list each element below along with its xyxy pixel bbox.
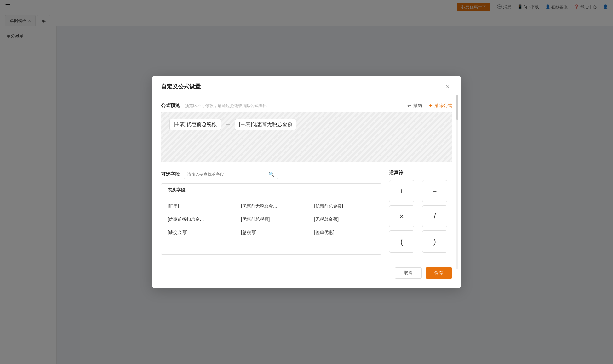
formula-operator: – <box>226 120 230 128</box>
field-item[interactable]: [优惠前无税总金… <box>235 200 308 213</box>
fields-column: 可选字段 🔍 表头字段 [汇率] [优惠前无税总金… [优惠前总金额] [优惠前… <box>161 170 381 255</box>
formula-preview-box: [主表]优惠前总税额 – [主表]优惠前无税总金额 <box>161 112 452 162</box>
modal-close-button[interactable]: × <box>443 82 452 91</box>
two-col-layout: 可选字段 🔍 表头字段 [汇率] [优惠前无税总金… [优惠前总金额] [优惠前… <box>161 170 452 255</box>
undo-button[interactable]: ↩ 撤销 <box>407 103 422 109</box>
formula-part2: [主表]优惠前无税总金额 <box>235 119 296 130</box>
field-item[interactable]: [优惠前总金额] <box>308 200 381 213</box>
field-item[interactable]: [汇率] <box>161 200 235 213</box>
operator-multiply[interactable]: × <box>389 205 414 227</box>
operators-column: 运算符 + － × / ( ) <box>389 170 452 255</box>
clear-icon: ✦ <box>428 103 433 109</box>
cancel-button[interactable]: 取消 <box>395 267 422 279</box>
formula-part1: [主表]优惠前总税额 <box>169 119 221 130</box>
operator-right-paren[interactable]: ) <box>422 230 447 253</box>
modal-body: 公式预览 预览区不可修改，请通过撤销或清除公式编辑 ↩ 撤销 ✦ 清除公式 [主… <box>152 96 461 261</box>
operators-label: 运算符 <box>389 170 452 176</box>
modal-footer: 取消 保存 <box>152 267 461 279</box>
fields-section-header: 可选字段 🔍 <box>161 170 381 179</box>
operator-minus[interactable]: － <box>422 180 447 202</box>
modal-header: 自定义公式设置 × <box>152 76 461 96</box>
save-button[interactable]: 保存 <box>426 267 452 279</box>
modal-scrollbar-track <box>456 95 458 269</box>
undo-label: 撤销 <box>413 103 422 109</box>
operator-plus[interactable]: + <box>389 180 414 202</box>
modal-scrollbar-thumb[interactable] <box>456 95 458 120</box>
field-item[interactable]: [优惠前总税额] <box>235 213 308 226</box>
field-item[interactable]: [总税额] <box>235 226 308 239</box>
fields-label: 可选字段 <box>161 171 180 177</box>
fields-group-header: 表头字段 <box>161 184 381 197</box>
search-icon: 🔍 <box>268 171 275 177</box>
formula-display: [主表]优惠前总税额 – [主表]优惠前无税总金额 <box>169 118 444 131</box>
operator-divide[interactable]: / <box>422 205 447 227</box>
clear-label: 清除公式 <box>434 103 452 109</box>
clear-formula-button[interactable]: ✦ 清除公式 <box>428 103 452 109</box>
fields-grid: [汇率] [优惠前无税总金… [优惠前总金额] [优惠前折扣总金… [优惠前总税… <box>161 197 381 242</box>
field-item[interactable]: [优惠前折扣总金… <box>161 213 235 226</box>
formula-preview-section: 公式预览 预览区不可修改，请通过撤销或清除公式编辑 ↩ 撤销 ✦ 清除公式 <box>161 103 452 109</box>
fields-fade-bottom <box>161 242 381 254</box>
field-item[interactable]: [无税总金额] <box>308 213 381 226</box>
field-item[interactable]: [成交金额] <box>161 226 235 239</box>
search-box[interactable]: 🔍 <box>184 170 278 179</box>
operators-grid: + － × / ( ) <box>389 180 452 253</box>
fields-table: 表头字段 [汇率] [优惠前无税总金… [优惠前总金额] [优惠前折扣总金… [… <box>161 183 381 255</box>
formula-actions: ↩ 撤销 ✦ 清除公式 <box>407 103 452 109</box>
formula-modal: 自定义公式设置 × 公式预览 预览区不可修改，请通过撤销或清除公式编辑 ↩ 撤销… <box>152 76 461 288</box>
formula-preview-label: 公式预览 <box>161 103 180 109</box>
modal-title: 自定义公式设置 <box>161 83 201 90</box>
operator-left-paren[interactable]: ( <box>389 230 414 253</box>
search-input[interactable] <box>187 172 267 177</box>
undo-icon: ↩ <box>407 103 411 109</box>
formula-preview-hint: 预览区不可修改，请通过撤销或清除公式编辑 <box>185 103 267 109</box>
field-item[interactable]: [整单优惠] <box>308 226 381 239</box>
